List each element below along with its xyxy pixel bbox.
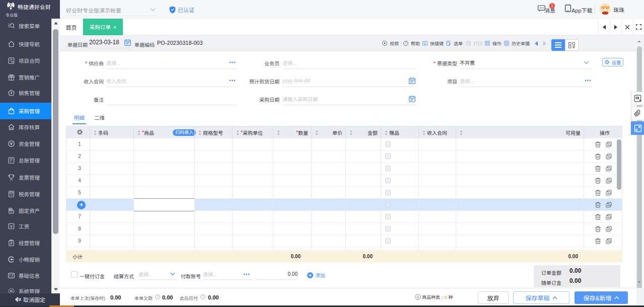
svg-text:?: ? bbox=[157, 295, 159, 298]
svg-text:?: ? bbox=[405, 41, 407, 45]
svg-text:?: ? bbox=[202, 295, 204, 298]
